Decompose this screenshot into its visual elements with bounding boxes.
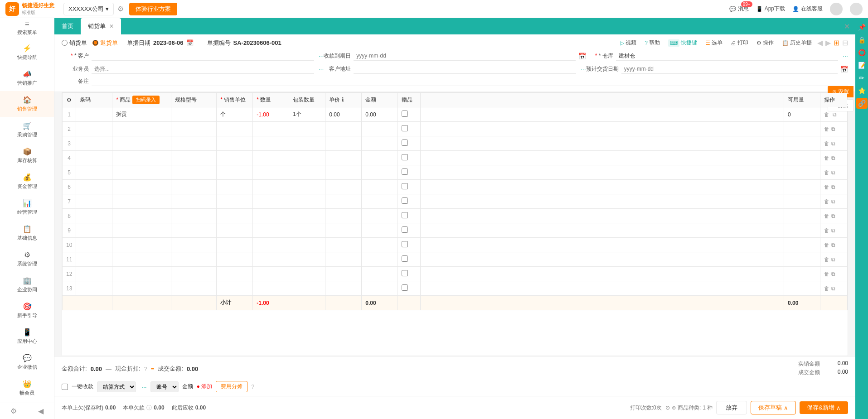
sales-radio-input[interactable] xyxy=(62,40,68,46)
row-spec-11[interactable] xyxy=(171,252,217,267)
right-icon-link[interactable]: 🔗 xyxy=(856,98,868,109)
row-gift-12[interactable] xyxy=(398,267,421,281)
copy-icon-9[interactable]: ⧉ xyxy=(831,227,835,234)
right-icon-circle[interactable]: ⭕ xyxy=(856,47,868,58)
salesperson-dots-icon[interactable]: ··· xyxy=(319,66,324,73)
window-close-icon[interactable]: ✕ xyxy=(839,22,855,31)
row-barcode-6[interactable] xyxy=(76,180,112,194)
payment-due-calendar-icon[interactable]: 📅 xyxy=(578,53,586,60)
row-qty-2[interactable] xyxy=(253,122,289,136)
row-barcode-13[interactable] xyxy=(76,281,112,296)
save-new-button[interactable]: 保存&新增 ∧ xyxy=(800,401,848,414)
video-btn[interactable]: ▷视频 xyxy=(617,38,639,48)
trial-button[interactable]: 体验行业方案 xyxy=(129,3,177,15)
row-product-4[interactable] xyxy=(112,151,171,165)
sidebar-item-quick-nav[interactable]: ⚡ 快捷导航 xyxy=(0,39,54,65)
gift-checkbox-3[interactable] xyxy=(402,140,408,146)
row-price-12[interactable] xyxy=(325,267,362,281)
row-amount-11[interactable] xyxy=(362,252,398,267)
row-price-11[interactable] xyxy=(325,252,362,267)
delete-icon-12[interactable]: 🗑 xyxy=(824,271,829,277)
row-gift-2[interactable] xyxy=(398,122,421,136)
discount-help-icon[interactable]: ? xyxy=(144,366,147,372)
row-product-3[interactable] xyxy=(112,136,171,151)
row-spec-7[interactable] xyxy=(171,194,217,209)
row-gift-6[interactable] xyxy=(398,180,421,194)
customer-dots-icon[interactable]: ··· xyxy=(319,53,324,60)
row-gift-1[interactable] xyxy=(398,107,421,122)
sidebar-item-wechat[interactable]: 💬 企业微信 xyxy=(0,349,54,375)
row-product-7[interactable] xyxy=(112,194,171,209)
help-btn[interactable]: ?帮助 xyxy=(642,38,663,48)
sidebar-item-system[interactable]: ⚙ 系统管理 xyxy=(0,246,54,272)
sidebar-item-sales[interactable]: 🏠 销售管理 xyxy=(0,91,54,117)
customer-addr-dots-icon[interactable]: ··· xyxy=(581,66,586,73)
row-qty-7[interactable] xyxy=(253,194,289,209)
delete-icon-1[interactable]: 🗑 xyxy=(824,111,829,118)
delete-icon-4[interactable]: 🗑 xyxy=(824,155,829,161)
topbar-settings-icon[interactable]: ⚙ xyxy=(117,5,124,13)
date-calendar-icon[interactable]: 📅 xyxy=(186,39,194,46)
row-qty-10[interactable] xyxy=(253,238,289,252)
row-pkg-13[interactable] xyxy=(289,281,325,296)
row-pkg-7[interactable] xyxy=(289,194,325,209)
row-pkg-12[interactable] xyxy=(289,267,325,281)
row-unit-10[interactable] xyxy=(217,238,253,252)
copy-icon-11[interactable]: ⧉ xyxy=(831,256,835,263)
row-amount-8[interactable] xyxy=(362,209,398,223)
account-select[interactable]: 账号 xyxy=(150,381,179,392)
row-pkg-9[interactable] xyxy=(289,223,325,238)
scan-btn[interactable]: 扫码录入 xyxy=(132,96,160,104)
delete-icon-11[interactable]: 🗑 xyxy=(824,256,829,263)
row-gift-9[interactable] xyxy=(398,223,421,238)
row-pkg-5[interactable] xyxy=(289,165,325,180)
row-spec-13[interactable] xyxy=(171,281,217,296)
sidebar-collapse-icon[interactable]: ◀ xyxy=(38,407,44,415)
row-spec-10[interactable] xyxy=(171,238,217,252)
delete-icon-8[interactable]: 🗑 xyxy=(824,213,829,219)
copy-icon-7[interactable]: ⧉ xyxy=(831,198,835,205)
row-price-13[interactable] xyxy=(325,281,362,296)
gift-checkbox-6[interactable] xyxy=(402,183,408,189)
sidebar-item-operations[interactable]: 📊 经营管理 xyxy=(0,194,54,220)
row-barcode-10[interactable] xyxy=(76,238,112,252)
sidebar-item-app-center[interactable]: 📱 应用中心 xyxy=(0,323,54,349)
th-settings[interactable]: ⚙ xyxy=(63,93,76,107)
list-view-icon[interactable]: ⊟ xyxy=(842,39,848,47)
row-gift-7[interactable] xyxy=(398,194,421,209)
row-remark-12[interactable] xyxy=(421,267,784,281)
row-pkg-4[interactable] xyxy=(289,151,325,165)
row-amount-12[interactable] xyxy=(362,267,398,281)
return-radio-input[interactable] xyxy=(92,40,98,46)
row-amount-13[interactable] xyxy=(362,281,398,296)
row-amount-2[interactable] xyxy=(362,122,398,136)
copy-icon-13[interactable]: ⧉ xyxy=(831,285,835,292)
row-spec-9[interactable] xyxy=(171,223,217,238)
gift-checkbox-13[interactable] xyxy=(402,284,408,291)
prev-icon[interactable]: ◀ xyxy=(817,39,823,47)
row-amount-7[interactable] xyxy=(362,194,398,209)
row-remark-9[interactable] xyxy=(421,223,784,238)
copy-icon-10[interactable]: ⧉ xyxy=(831,242,835,248)
discard-button[interactable]: 放弃 xyxy=(716,401,747,414)
row-barcode-9[interactable] xyxy=(76,223,112,238)
row-spec-6[interactable] xyxy=(171,180,217,194)
gift-checkbox-8[interactable] xyxy=(402,212,408,218)
expense-split-btn[interactable]: 费用分摊 xyxy=(216,381,247,392)
gift-checkbox-7[interactable] xyxy=(402,197,408,204)
history-btn[interactable]: 📋历史单据 xyxy=(779,38,815,48)
row-amount-3[interactable] xyxy=(362,136,398,151)
row-remark-2[interactable] xyxy=(421,122,784,136)
salesperson-input[interactable] xyxy=(92,64,314,74)
row-pkg-8[interactable] xyxy=(289,209,325,223)
messages-button[interactable]: 💬 消息 99+ xyxy=(729,5,749,13)
row-amount-10[interactable] xyxy=(362,238,398,252)
row-product-9[interactable] xyxy=(112,223,171,238)
row-unit-2[interactable] xyxy=(217,122,253,136)
gift-checkbox-12[interactable] xyxy=(402,270,408,276)
row-product-13[interactable] xyxy=(112,281,171,296)
copy-icon-3[interactable]: ⧉ xyxy=(831,140,835,147)
user-avatar[interactable] xyxy=(830,3,843,15)
row-gift-5[interactable] xyxy=(398,165,421,180)
copy-icon-6[interactable]: ⧉ xyxy=(831,184,835,190)
